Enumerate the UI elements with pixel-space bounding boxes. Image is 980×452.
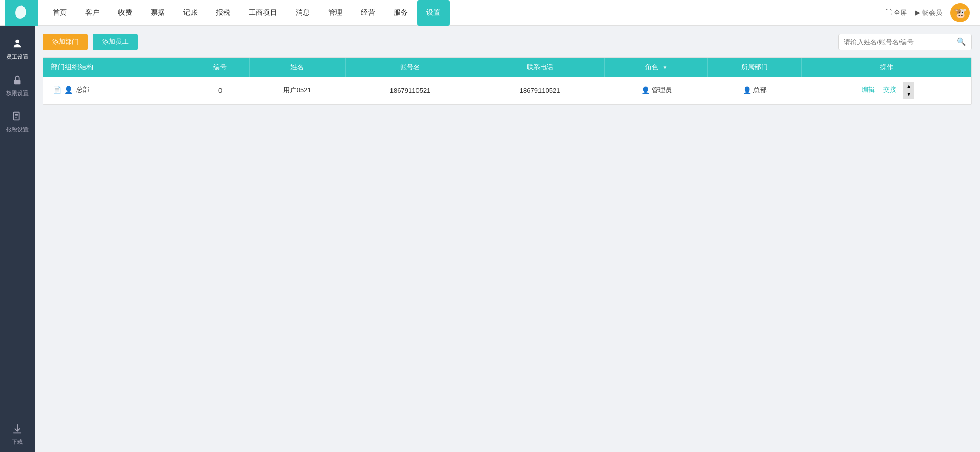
employee-table: 编号 姓名 账号名 联系电话 角色 ▼ 所属部门 操作 (191, 58, 971, 104)
nav-item-operation[interactable]: 经营 (352, 0, 384, 26)
sidebar-item-tax-settings[interactable]: 报税设置 (0, 103, 35, 139)
search-box: 🔍 (838, 34, 972, 50)
table-row: 0 用户0521 18679110521 18679110521 👤 管理员 (191, 77, 971, 104)
search-input[interactable] (839, 35, 951, 49)
col-header-id: 编号 (191, 58, 249, 77)
cell-dept: 👤 总部 (708, 77, 801, 104)
sidebar: 员工设置 权限设置 报税设置 下载 (0, 26, 35, 452)
download-icon (10, 422, 24, 436)
toolbar: 添加部门 添加员工 🔍 (43, 34, 972, 50)
panel-layout: 部门组织结构 📄 👤 总部 编号 姓名 账号名 (43, 57, 972, 105)
scroll-up-arrow[interactable]: ▲ (903, 82, 914, 90)
table-header: 编号 姓名 账号名 联系电话 角色 ▼ 所属部门 操作 (191, 58, 971, 77)
fullscreen-button[interactable]: ⛶ 全屏 (885, 8, 907, 17)
lock-icon (10, 73, 24, 87)
add-emp-button[interactable]: 添加员工 (93, 34, 138, 50)
sidebar-item-permissions-label: 权限设置 (6, 89, 29, 97)
employee-table-panel: 编号 姓名 账号名 联系电话 角色 ▼ 所属部门 操作 (191, 58, 971, 104)
nav-item-settings[interactable]: 设置 (417, 0, 450, 26)
cell-phone: 18679110521 (475, 77, 605, 104)
dept-panel-header: 部门组织结构 (43, 58, 191, 77)
vip-icon: ▶ (915, 9, 920, 16)
sidebar-item-employee-label: 员工设置 (6, 53, 29, 61)
main-layout: 员工设置 权限设置 报税设置 下载 添加部门 添加员工 (0, 26, 980, 452)
dept-label: 总部 (753, 86, 767, 95)
dept-panel: 部门组织结构 📄 👤 总部 (43, 58, 191, 104)
nav-item-invoice[interactable]: 票据 (141, 0, 174, 26)
cell-actions: 编辑 交接 ▲ ▼ (801, 77, 971, 104)
cell-name: 用户0521 (249, 77, 346, 104)
search-button[interactable]: 🔍 (951, 34, 971, 50)
sidebar-item-tax-label: 报税设置 (6, 126, 29, 133)
role-badge: 👤 管理员 (641, 86, 672, 95)
scroll-down-arrow[interactable]: ▼ (903, 90, 914, 99)
edit-link[interactable]: 编辑 (862, 86, 875, 93)
nav-item-tax[interactable]: 报税 (207, 0, 239, 26)
nav-item-service[interactable]: 服务 (384, 0, 417, 26)
nav-item-business[interactable]: 工商项目 (239, 0, 286, 26)
nav-items: 首页 客户 收费 票据 记账 报税 工商项目 消息 管理 经营 服务 设置 (38, 0, 885, 26)
role-user-icon: 👤 (641, 86, 650, 94)
logo[interactable] (5, 0, 38, 26)
scroll-arrows: ▲ ▼ (903, 82, 914, 99)
nav-item-message[interactable]: 消息 (286, 0, 319, 26)
dept-user-icon: 👤 (64, 86, 73, 94)
table-body: 0 用户0521 18679110521 18679110521 👤 管理员 (191, 77, 971, 104)
fullscreen-label: 全屏 (894, 8, 907, 17)
avatar[interactable]: 🐮 (950, 3, 970, 22)
top-navigation: 首页 客户 收费 票据 记账 报税 工商项目 消息 管理 经营 服务 设置 ⛶ … (0, 0, 980, 26)
dept-tree-item-general[interactable]: 📄 👤 总部 (48, 82, 186, 98)
dept-tree: 📄 👤 总部 (43, 77, 191, 103)
dept-badge: 👤 总部 (743, 86, 767, 95)
nav-item-billing[interactable]: 收费 (109, 0, 141, 26)
col-header-name: 姓名 (249, 58, 346, 77)
cell-id: 0 (191, 77, 249, 104)
cell-role: 👤 管理员 (605, 77, 708, 104)
nav-item-client[interactable]: 客户 (76, 0, 109, 26)
role-label: 管理员 (652, 86, 672, 95)
add-dept-button[interactable]: 添加部门 (43, 34, 88, 50)
report-icon (10, 109, 24, 124)
col-header-account: 账号名 (346, 58, 475, 77)
svg-point-0 (15, 40, 19, 43)
fullscreen-icon: ⛶ (885, 9, 892, 16)
nav-item-accounting[interactable]: 记账 (174, 0, 207, 26)
col-header-action: 操作 (801, 58, 971, 77)
col-header-dept: 所属部门 (708, 58, 801, 77)
sidebar-item-permissions[interactable]: 权限设置 (0, 67, 35, 103)
svg-rect-1 (14, 80, 21, 84)
dept-user-icon: 👤 (743, 86, 751, 94)
vip-label: 畅会员 (922, 8, 942, 17)
file-icon: 📄 (53, 86, 61, 94)
cell-account: 18679110521 (346, 77, 475, 104)
transfer-link[interactable]: 交接 (883, 86, 896, 93)
sidebar-item-employee[interactable]: 员工设置 (0, 31, 35, 67)
nav-item-manage[interactable]: 管理 (319, 0, 352, 26)
sidebar-download-label: 下载 (12, 438, 23, 446)
sidebar-item-download[interactable]: 下载 (0, 416, 35, 452)
person-icon (10, 37, 24, 51)
nav-right: ⛶ 全屏 ▶ 畅会员 🐮 (885, 3, 975, 22)
filter-icon: ▼ (663, 65, 668, 70)
main-content: 添加部门 添加员工 🔍 部门组织结构 📄 👤 总部 (35, 26, 980, 452)
nav-item-home[interactable]: 首页 (43, 0, 76, 26)
dept-name-general: 总部 (76, 85, 89, 94)
vip-button[interactable]: ▶ 畅会员 (915, 8, 942, 17)
col-header-role[interactable]: 角色 ▼ (605, 58, 708, 77)
col-header-phone: 联系电话 (475, 58, 605, 77)
